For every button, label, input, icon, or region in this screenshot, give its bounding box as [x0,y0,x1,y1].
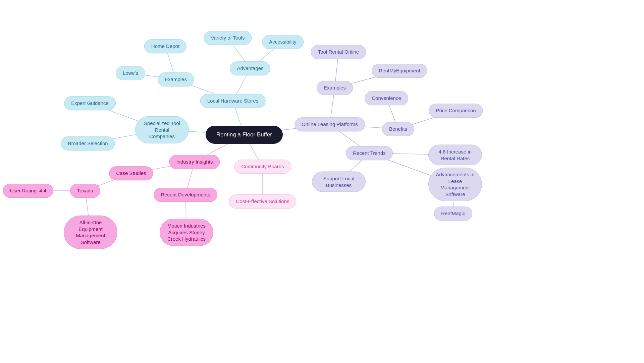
lowes-node[interactable]: Lowe's [116,66,145,80]
online-leasing-node[interactable]: Online Leasing Platforms [294,117,365,131]
convenience-node[interactable]: Convenience [365,91,408,105]
advantages-node[interactable]: Advantages [230,61,270,75]
broader-selection-node[interactable]: Broader Selection [61,136,115,150]
rentmagic-node[interactable]: RentMagic [434,206,472,221]
tool-rental-online-node[interactable]: Tool Rental Online [311,45,366,59]
variety-tools-node[interactable]: Variety of Tools [204,31,252,45]
motion-industries-node[interactable]: Motion Industries Acquires Stoney Creek … [160,219,213,246]
support-local-node[interactable]: Support Local Businesses [312,172,366,192]
industry-insights-node[interactable]: Industry Insights [169,155,220,169]
cost-effective-node[interactable]: Cost-Effective Solutions [229,194,297,208]
rentmyequipment-node[interactable]: RentMyEquipment [372,64,427,78]
texada-node[interactable]: Texada [70,184,100,198]
specialized-node[interactable]: Specialized Tool Rental Companies [135,116,189,143]
expert-guidance-node[interactable]: Expert Guidance [64,96,116,110]
home-depot-node[interactable]: Home Depot [144,39,186,53]
case-studies-node[interactable]: Case Studies [109,166,153,180]
local-hardware-node[interactable]: Local Hardware Stores [200,94,266,108]
accessibility-node[interactable]: Accessibility [262,35,304,49]
advancements-node[interactable]: Advancements in Lease Management Softwar… [428,168,482,201]
examples-purple-node[interactable]: Examples [317,81,353,95]
benefits-node[interactable]: Benefits [382,122,414,136]
allinone-node[interactable]: All-in-One Equipment Management Software [64,216,117,249]
examples-blue-node[interactable]: Examples [158,72,194,86]
rental-rates-node[interactable]: 4.8 Increase in Rental Rates [428,145,482,165]
recent-trends-node[interactable]: Recent Trends [346,146,393,160]
community-boards-node[interactable]: Community Boards [234,160,291,174]
recent-developments-node[interactable]: Recent Developments [154,188,217,202]
price-comparison-node[interactable]: Price Comparison [429,104,483,118]
user-rating-node[interactable]: User Rating: 4.4 [3,184,53,198]
mindmap-container: Renting a Floor BufferLocal Hardware Sto… [0,0,644,363]
center-node[interactable]: Renting a Floor Buffer [206,126,283,144]
